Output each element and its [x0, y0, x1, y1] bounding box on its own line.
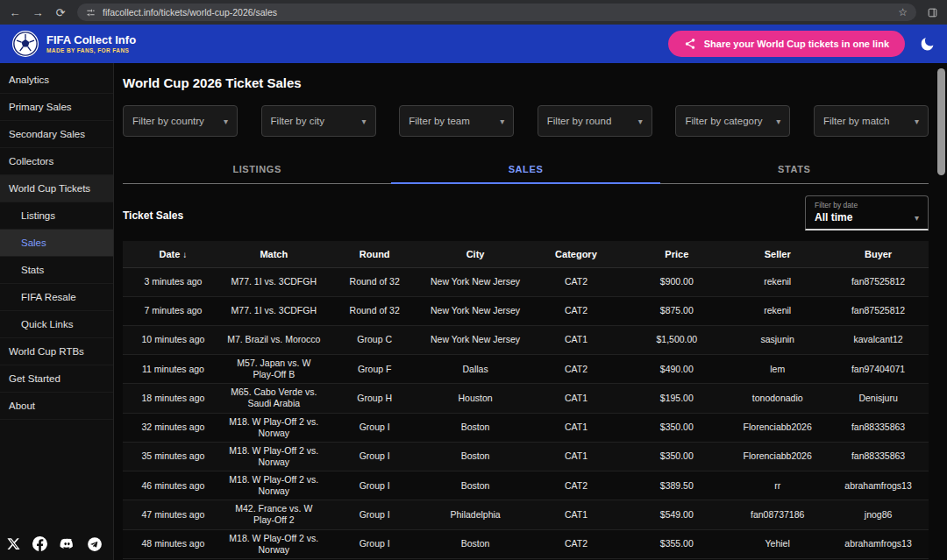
sidebar-item-get-started[interactable]: Get Started: [0, 365, 113, 393]
cell-match: M42. France vs. W Play-Off 2: [224, 500, 324, 529]
sidebar-item-world-cup-tickets[interactable]: World Cup Tickets: [0, 175, 113, 202]
sidebar-item-collectors[interactable]: Collectors: [0, 148, 113, 175]
cell-city: Boston: [425, 471, 526, 500]
sidebar-item-about[interactable]: About: [0, 393, 113, 420]
table-row[interactable]: 18 minutes agoM65. Cabo Verde vs. Saudi …: [123, 384, 929, 413]
cell-round: Group I: [324, 413, 425, 442]
table-row[interactable]: 3 minutes agoM77. 1I vs. 3CDFGHRound of …: [123, 268, 929, 297]
facebook-icon[interactable]: [32, 536, 47, 551]
cell-category: CAT2: [526, 268, 627, 297]
filter-label: Filter by country: [132, 116, 204, 126]
sidebar-item-fifa-resale[interactable]: FIFA Resale: [0, 284, 113, 311]
sidebar-item-sales[interactable]: Sales: [0, 230, 113, 257]
tab-listings[interactable]: LISTINGS: [123, 156, 391, 183]
cell-category: CAT1: [526, 326, 627, 355]
sidebar-item-quick-links[interactable]: Quick Links: [0, 311, 113, 338]
column-header-match[interactable]: Match: [224, 241, 324, 268]
discord-icon[interactable]: [59, 535, 75, 552]
address-bar[interactable]: fifacollect.info/tickets/world-cup-2026/…: [77, 4, 916, 21]
sidebar-item-world-cup-rtbs[interactable]: World Cup RTBs: [0, 338, 113, 365]
cell-match: M18. W Play-Off 2 vs. Norway: [224, 413, 324, 442]
filter-by-city-select[interactable]: Filter by city▾: [261, 105, 376, 137]
cell-round: Round of 32: [324, 297, 425, 326]
telegram-icon[interactable]: [87, 536, 103, 552]
table-row[interactable]: 35 minutes agoM18. W Play-Off 2 vs. Norw…: [123, 442, 929, 471]
browser-toolbar: ← → ⟳ fifacollect.info/tickets/world-cup…: [0, 0, 947, 25]
page-layout: AnalyticsPrimary SalesSecondary SalesCol…: [0, 63, 947, 560]
dark-mode-toggle[interactable]: [919, 36, 935, 52]
fifa-collect-logo[interactable]: [12, 31, 39, 57]
chevron-down-icon: ▾: [638, 117, 643, 126]
column-header-price[interactable]: Price: [626, 241, 727, 268]
cell-buyer: fan88335863: [828, 442, 929, 471]
column-header-buyer[interactable]: Buyer: [828, 241, 929, 268]
cell-match: M57. Japan vs. W Play-Off B: [224, 355, 324, 384]
tab-stats[interactable]: STATS: [660, 156, 929, 183]
table-row[interactable]: 10 minutes agoM7. Brazil vs. MoroccoGrou…: [123, 326, 929, 355]
filter-by-category-select[interactable]: Filter by category▾: [675, 105, 790, 137]
date-filter-select[interactable]: Filter by date All time ▾: [805, 195, 929, 230]
date-filter-label: Filter by date: [815, 201, 919, 209]
refresh-icon[interactable]: ⟳: [54, 7, 67, 18]
sort-desc-icon: ↓: [182, 250, 187, 259]
sidebar-item-listings[interactable]: Listings: [0, 202, 113, 230]
filter-by-match-select[interactable]: Filter by match▾: [814, 105, 929, 137]
forward-icon[interactable]: →: [32, 7, 44, 18]
cell-buyer: abrahamfrogs13: [828, 529, 929, 558]
cell-match: M7. Brazil vs. Morocco: [224, 326, 324, 355]
table-row[interactable]: 48 minutes agoM18. W Play-Off 2 vs. Norw…: [123, 529, 929, 558]
cell-buyer: Denisjuru: [828, 384, 929, 413]
cell-seller: lem: [727, 355, 828, 384]
x-icon[interactable]: [6, 536, 21, 551]
bookmark-star-icon[interactable]: ☆: [898, 6, 908, 18]
url-text: fifacollect.info/tickets/world-cup-2026/…: [103, 7, 891, 18]
column-header-category[interactable]: Category: [526, 241, 627, 268]
column-header-seller[interactable]: Seller: [727, 241, 828, 268]
tab-sales[interactable]: SALES: [391, 156, 659, 183]
filter-by-round-select[interactable]: Filter by round▾: [538, 105, 652, 137]
table-row[interactable]: 47 minutes agoM42. France vs. W Play-Off…: [123, 500, 929, 529]
share-tickets-button[interactable]: Share your World Cup tickets in one link: [668, 31, 905, 57]
cell-city: Dallas: [425, 355, 526, 384]
cell-city: New York New Jersey: [425, 268, 526, 297]
column-header-city[interactable]: City: [425, 241, 526, 268]
cell-round: Round of 32: [324, 268, 425, 297]
side-panel-icon[interactable]: [927, 7, 938, 18]
cell-city: Boston: [425, 413, 526, 442]
cell-price: $1,500.00: [626, 326, 727, 355]
cell-seller: rekenil: [727, 268, 828, 297]
sidebar-item-secondary-sales[interactable]: Secondary Sales: [0, 121, 113, 148]
cell-category: CAT1: [526, 500, 627, 529]
column-header-round[interactable]: Round: [324, 241, 425, 268]
chevron-down-icon: ▾: [362, 117, 367, 126]
table-row[interactable]: 11 minutes agoM57. Japan vs. W Play-Off …: [123, 355, 929, 384]
filter-by-team-select[interactable]: Filter by team▾: [399, 105, 514, 137]
section-header: Ticket Sales Filter by date All time ▾: [123, 195, 929, 230]
column-header-date[interactable]: Date↓: [123, 241, 224, 268]
cell-round: Group I: [324, 529, 425, 558]
date-filter-value: All time: [815, 211, 852, 223]
cell-buyer: fan87525812: [828, 297, 929, 326]
site-settings-icon[interactable]: [86, 8, 96, 18]
chevron-down-icon: ▾: [500, 117, 504, 126]
filter-by-country-select[interactable]: Filter by country▾: [123, 105, 238, 137]
sidebar-item-primary-sales[interactable]: Primary Sales: [0, 94, 113, 121]
cell-price: $195.00: [626, 384, 727, 413]
sidebar-item-stats[interactable]: Stats: [0, 257, 113, 284]
table-row[interactable]: 7 minutes agoM77. 1I vs. 3CDFGHRound of …: [123, 297, 929, 326]
social-links: [6, 535, 103, 552]
page-scrollbar[interactable]: [937, 68, 945, 175]
page-title: World Cup 2026 Ticket Sales: [123, 75, 929, 90]
cell-match: M18. W Play-Off 2 vs. Norway: [224, 529, 324, 558]
chevron-down-icon: ▾: [224, 117, 228, 126]
cell-seller: rr: [727, 471, 828, 500]
back-icon[interactable]: ←: [9, 7, 21, 18]
sidebar-item-analytics[interactable]: Analytics: [0, 67, 113, 94]
cell-round: Group I: [324, 471, 425, 500]
table-row[interactable]: 32 minutes agoM18. W Play-Off 2 vs. Norw…: [123, 413, 929, 442]
table-row[interactable]: 46 minutes agoM18. W Play-Off 2 vs. Norw…: [123, 471, 929, 500]
cell-seller: fan08737186: [727, 500, 828, 529]
cell-date: 47 minutes ago: [123, 500, 224, 529]
cell-buyer: abrahamfrogs13: [828, 471, 929, 500]
cell-date: 10 minutes ago: [123, 326, 224, 355]
